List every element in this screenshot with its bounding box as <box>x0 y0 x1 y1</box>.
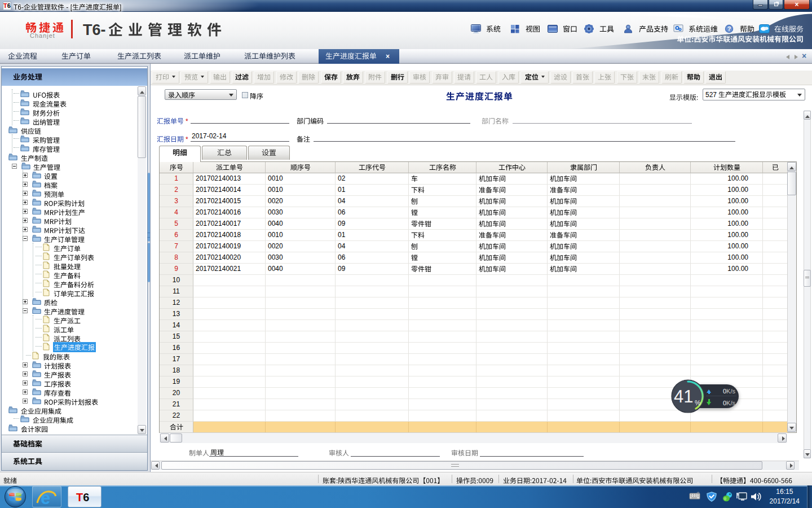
svg-text:%: % <box>695 399 701 407</box>
svg-text:?: ? <box>727 25 731 32</box>
svg-text:41: 41 <box>674 387 693 406</box>
